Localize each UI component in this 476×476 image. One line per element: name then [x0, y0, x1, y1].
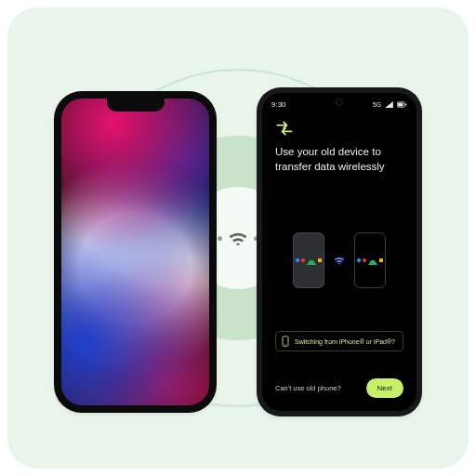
svg-rect-2 — [405, 103, 406, 105]
svg-rect-1 — [398, 102, 403, 106]
wifi-icon — [228, 230, 248, 246]
status-time: 9:30 — [271, 100, 286, 109]
next-button[interactable]: Next — [366, 378, 403, 398]
new-device-thumb — [354, 232, 386, 288]
pulse-dot — [218, 236, 222, 241]
transfer-arrows-icon — [275, 121, 294, 139]
setup-footer: Can't use old phone? Next — [275, 378, 403, 398]
notch — [107, 99, 165, 112]
hero-card: 9:30 5G Use your old device to transfer … — [7, 7, 469, 469]
setup-headline: Use your old device to transfer data wir… — [275, 145, 403, 174]
wifi-icon — [334, 256, 345, 265]
svg-point-4 — [284, 344, 285, 345]
old-device-thumb — [293, 232, 324, 288]
battery-icon — [397, 101, 407, 108]
network-label: 5G — [373, 101, 381, 108]
new-phone-screen: 9:30 5G Use your old device to transfer … — [262, 93, 416, 411]
status-bar: 9:30 5G — [271, 99, 407, 110]
switch-from-iphone-row[interactable]: Switching from iPhone® or iPad®? — [275, 331, 403, 351]
device-pair-illustration — [262, 232, 416, 288]
signal-icon — [385, 101, 393, 108]
iphone-icon — [282, 336, 289, 347]
old-phone-mockup — [54, 91, 217, 413]
cant-use-old-phone-link[interactable]: Can't use old phone? — [275, 384, 341, 392]
old-phone-wallpaper — [61, 99, 209, 405]
new-phone-mockup: 9:30 5G Use your old device to transfer … — [257, 87, 422, 416]
switch-from-iphone-label: Switching from iPhone® or iPad®? — [295, 338, 395, 345]
